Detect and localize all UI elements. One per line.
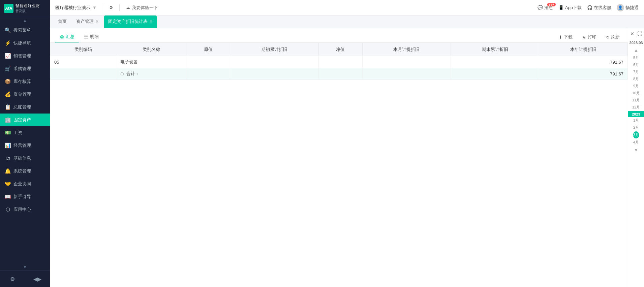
- subtab-detail[interactable]: ☰ 明细: [79, 32, 103, 42]
- sidebar-item-label-system: 系统管理: [13, 168, 31, 174]
- row-month-dep: [362, 56, 451, 68]
- right-panel-expand-button[interactable]: ⛶: [637, 31, 642, 36]
- col-code: 类别编码: [50, 43, 116, 56]
- tl-month-7[interactable]: 7月: [632, 68, 641, 75]
- tl-month-6[interactable]: 6月: [632, 61, 641, 68]
- tl-month-2[interactable]: 2月: [631, 124, 641, 131]
- sidebar-item-label-fixed-assets: 固定资产: [13, 117, 31, 123]
- sidebar-item-basic-info[interactable]: 🗂 基础信息: [0, 152, 50, 165]
- logo-icon: AtA: [4, 4, 13, 13]
- table-header-row: 类别编码 类别名称 原值 期初累计折旧 净值 本月计提折旧 期末累计折旧 本年计…: [50, 43, 628, 56]
- subtotal-net: [318, 68, 362, 80]
- timeline: 2023.03 ▲ 5月 6月 7月 8月 9月 10月 11月 12月 202…: [628, 38, 644, 287]
- subtab-summary-label: 汇总: [66, 34, 74, 40]
- tab-depreciation-close[interactable]: ✕: [149, 19, 153, 24]
- sidebar-item-operations[interactable]: 📊 经营管理: [0, 139, 50, 152]
- collapse-icon[interactable]: ◀▶: [32, 274, 43, 284]
- sidebar-item-label-quicknav: 快捷导航: [13, 40, 31, 46]
- subtotal-original: [186, 68, 230, 80]
- experience-button[interactable]: ☁ 我要体验一下: [126, 5, 158, 11]
- user-avatar[interactable]: 👤 畅捷通: [617, 4, 639, 11]
- topbar-divider-2: [119, 4, 120, 11]
- topbar-right: 💬 消息 99+ 📱 App下载 🎧 在线客服 👤 畅捷通: [538, 4, 639, 11]
- tl-month-4[interactable]: 4月: [631, 139, 641, 146]
- operations-icon: 📊: [5, 142, 11, 149]
- timeline-nav-up[interactable]: ▲: [628, 46, 644, 54]
- row-end-accum: [451, 56, 539, 68]
- sidebar-item-fixed-assets[interactable]: 🏢 固定资产: [0, 114, 50, 126]
- topbar: 医疗器械行业演示 ▼ ⚙ ☁ 我要体验一下 💬 消息 99+ 📱 App下载 🎧…: [50, 0, 644, 15]
- tl-month-3-active[interactable]: 3月: [633, 131, 639, 138]
- tl-month-9[interactable]: 9月: [632, 83, 641, 90]
- message-button[interactable]: 💬 消息 99+: [538, 5, 553, 11]
- logo-subtitle: 普及版: [16, 9, 40, 13]
- tl-month-5[interactable]: 5月: [632, 54, 641, 61]
- year-label: 2023.03: [629, 39, 644, 46]
- refresh-label: 刷新: [611, 34, 620, 40]
- sidebar-item-label-search: 搜索菜单: [13, 27, 31, 33]
- sidebar-item-quicknav[interactable]: ⚡ 快捷导航: [0, 37, 50, 50]
- timeline-nav-down[interactable]: ▼: [628, 146, 644, 154]
- sidebar-item-purchase[interactable]: 🛒 采购管理: [0, 62, 50, 75]
- sales-icon: 📈: [5, 53, 11, 59]
- sidebar-item-finance[interactable]: 💰 资金管理: [0, 88, 50, 101]
- tl-month-10[interactable]: 10月: [632, 90, 641, 97]
- tab-home[interactable]: 首页: [54, 15, 71, 28]
- tl-month-1[interactable]: 1月: [631, 117, 641, 124]
- app-download-label: App下载: [565, 5, 582, 11]
- sidebar-item-collab[interactable]: 🤝 企业协同: [0, 178, 50, 190]
- tab-asset-management[interactable]: 资产管理 ✕: [72, 15, 103, 28]
- sidebar-scroll-up[interactable]: ▲: [0, 17, 50, 24]
- tab-asset-management-close[interactable]: ✕: [95, 19, 99, 24]
- online-service-button[interactable]: 🎧 在线客服: [587, 5, 611, 11]
- col-year-dep: 本年计提折旧: [539, 43, 628, 56]
- subtab-summary[interactable]: ◎ 汇总: [55, 32, 79, 42]
- refresh-button[interactable]: ↻ 刷新: [603, 33, 622, 41]
- sidebar-menu: 🔍 搜索菜单 ⚡ 快捷导航 📈 销售管理 🛒 采购管理 📦 库存核算 💰 资金管…: [0, 24, 50, 264]
- row-year-dep: 791.67: [539, 56, 628, 68]
- tabbar: 首页 资产管理 ✕ 固定资产折旧统计表 ✕: [50, 15, 644, 28]
- subtotal-period-accum: [230, 68, 318, 80]
- col-original: 原值: [186, 43, 230, 56]
- system-icon: 🔔: [5, 168, 11, 174]
- timeline-year-2023[interactable]: 2023: [628, 111, 644, 117]
- topbar-divider: [103, 4, 103, 11]
- sidebar-bottom: ⚙ ◀▶: [0, 270, 50, 287]
- sidebar-scroll-down[interactable]: ▼: [0, 264, 50, 270]
- content-area: ◎ 汇总 ☰ 明细 ⬇ 下载 🖨 打印: [50, 28, 644, 287]
- sidebar-item-label-salary: 工资: [13, 130, 22, 136]
- sidebar-item-guide[interactable]: 📖 新手引导: [0, 190, 50, 203]
- experience-label: 我要体验一下: [132, 5, 158, 11]
- finance-icon: 💰: [5, 91, 11, 97]
- sidebar-item-sales[interactable]: 📈 销售管理: [0, 50, 50, 62]
- table-row: 05 电子设备 791.67: [50, 56, 628, 68]
- sidebar-item-system[interactable]: 🔔 系统管理: [0, 165, 50, 178]
- download-button[interactable]: ⬇ 下载: [556, 33, 575, 41]
- sidebar-item-inventory[interactable]: 📦 库存核算: [0, 75, 50, 88]
- tab-depreciation[interactable]: 固定资产折旧统计表 ✕: [104, 15, 157, 28]
- settings-button[interactable]: ⚙: [109, 5, 113, 10]
- sidebar-item-salary[interactable]: 💵 工资: [0, 126, 50, 139]
- message-badge: 99+: [547, 3, 556, 6]
- sidebar-item-app-center[interactable]: ⬡ 应用中心: [0, 203, 50, 216]
- sidebar-item-search[interactable]: 🔍 搜索菜单: [0, 24, 50, 37]
- company-dropdown-icon: ▼: [92, 5, 97, 10]
- row-name: 电子设备: [116, 56, 186, 68]
- sidebar-item-label-sales: 销售管理: [13, 53, 31, 59]
- settings-icon[interactable]: ⚙: [7, 274, 18, 284]
- print-button[interactable]: 🖨 打印: [579, 33, 599, 41]
- tl-month-12[interactable]: 12月: [632, 104, 641, 111]
- sidebar-item-label-finance: 资金管理: [13, 91, 31, 97]
- right-panel-header: ✕ ⛶: [628, 30, 644, 38]
- col-name: 类别名称: [116, 43, 186, 56]
- tl-month-11[interactable]: 11月: [632, 97, 641, 104]
- download-icon: ⬇: [559, 35, 562, 40]
- main-content: 医疗器械行业演示 ▼ ⚙ ☁ 我要体验一下 💬 消息 99+ 📱 App下载 🎧…: [50, 0, 644, 287]
- tl-month-8[interactable]: 8月: [632, 75, 641, 83]
- subtotal-month-dep: [362, 68, 451, 80]
- guide-icon: 📖: [5, 194, 11, 200]
- company-selector[interactable]: 医疗器械行业演示 ▼: [55, 5, 97, 11]
- right-panel-close-button[interactable]: ✕: [630, 31, 634, 36]
- app-download-button[interactable]: 📱 App下载: [558, 5, 582, 11]
- sidebar-item-ledger[interactable]: 📋 总账管理: [0, 101, 50, 114]
